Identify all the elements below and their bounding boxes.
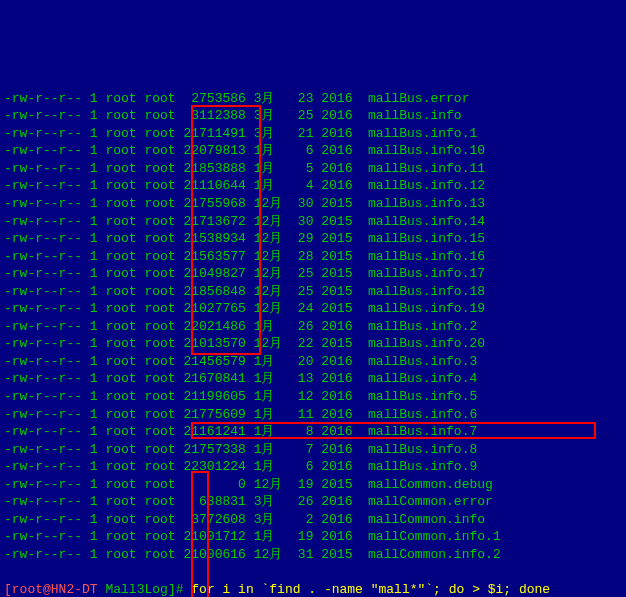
file-row: -rw-r--r-- 1 root root 0 12月 19 2015 mal… [4, 476, 622, 494]
file-row: -rw-r--r-- 1 root root 21711491 3月 21 20… [4, 125, 622, 143]
file-row: -rw-r--r-- 1 root root 21110644 1月 4 201… [4, 177, 622, 195]
command-for-loop: for i in `find . -name "mall*"`; do > $i… [191, 582, 550, 597]
file-row: -rw-r--r-- 1 root root 22021486 1月 26 20… [4, 318, 622, 336]
prompt-line-1: [root@HN2-DT Mall3Log]# for i in `find .… [4, 581, 622, 597]
file-row: -rw-r--r-- 1 root root 21456579 1月 20 20… [4, 353, 622, 371]
file-row: -rw-r--r-- 1 root root 21853888 1月 5 201… [4, 160, 622, 178]
file-row: -rw-r--r-- 1 root root 22079813 1月 6 201… [4, 142, 622, 160]
file-row: -rw-r--r-- 1 root root 22301224 1月 6 201… [4, 458, 622, 476]
file-row: -rw-r--r-- 1 root root 21757338 1月 7 201… [4, 441, 622, 459]
file-row: -rw-r--r-- 1 root root 21670841 1月 13 20… [4, 370, 622, 388]
file-list-before: -rw-r--r-- 1 root root 2753586 3月 23 201… [4, 90, 622, 564]
file-row: -rw-r--r-- 1 root root 21000616 12月 31 2… [4, 546, 622, 564]
file-row: -rw-r--r-- 1 root root 21199605 1月 12 20… [4, 388, 622, 406]
file-row: -rw-r--r-- 1 root root 3112388 3月 25 201… [4, 107, 622, 125]
file-row: -rw-r--r-- 1 root root 21755968 12月 30 2… [4, 195, 622, 213]
file-row: -rw-r--r-- 1 root root 21049827 12月 25 2… [4, 265, 622, 283]
file-row: -rw-r--r-- 1 root root 21563577 12月 28 2… [4, 248, 622, 266]
terminal-output[interactable]: -rw-r--r-- 1 root root 2753586 3月 23 201… [4, 72, 622, 597]
file-row: -rw-r--r-- 1 root root 3772608 3月 2 2016… [4, 511, 622, 529]
file-row: -rw-r--r-- 1 root root 638831 3月 26 2016… [4, 493, 622, 511]
file-row: -rw-r--r-- 1 root root 2753586 3月 23 201… [4, 90, 622, 108]
file-row: -rw-r--r-- 1 root root 21161241 1月 8 201… [4, 423, 622, 441]
file-row: -rw-r--r-- 1 root root 21001712 1月 19 20… [4, 528, 622, 546]
file-row: -rw-r--r-- 1 root root 21013570 12月 22 2… [4, 335, 622, 353]
file-row: -rw-r--r-- 1 root root 21027765 12月 24 2… [4, 300, 622, 318]
file-row: -rw-r--r-- 1 root root 21856848 12月 25 2… [4, 283, 622, 301]
file-row: -rw-r--r-- 1 root root 21538934 12月 29 2… [4, 230, 622, 248]
file-row: -rw-r--r-- 1 root root 21775609 1月 11 20… [4, 406, 622, 424]
file-row: -rw-r--r-- 1 root root 21713672 12月 30 2… [4, 213, 622, 231]
